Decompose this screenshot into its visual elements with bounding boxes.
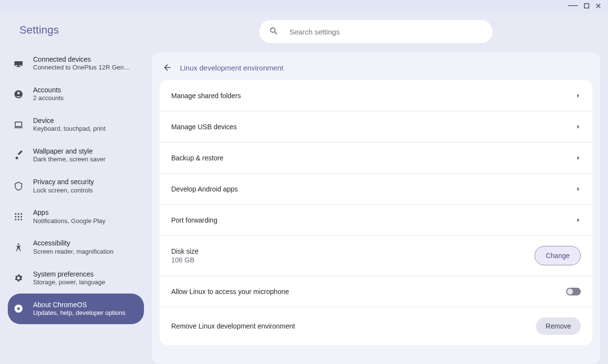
sidebar-item-sub: Keyboard, touchpad, print [33, 125, 106, 133]
settings-panel: Linux development environment Manage sha… [152, 52, 600, 364]
sidebar-item-label: Apps [33, 208, 106, 217]
chevron-right-icon [576, 216, 581, 224]
svg-point-7 [18, 216, 19, 217]
brush-icon [14, 151, 23, 160]
svg-point-11 [20, 219, 22, 220]
svg-point-12 [18, 243, 19, 245]
row-disk-size: Disk size 106 GB Change [160, 236, 592, 276]
row-remove-linux: Remove Linux development environment Rem… [160, 307, 592, 345]
svg-point-4 [18, 213, 19, 214]
sidebar-item-connected-devices[interactable]: Connected devices Connected to OnePlus 1… [8, 48, 144, 79]
svg-point-5 [20, 213, 22, 214]
sidebar-item-label: Connected devices [33, 55, 130, 64]
row-label: Backup & restore [171, 154, 223, 162]
row-label: Manage USB devices [171, 123, 237, 131]
search-box[interactable] [259, 20, 493, 43]
window-maximize-icon[interactable] [584, 3, 590, 10]
row-label: Allow Linux to access your microphone [171, 288, 289, 295]
main-content: Linux development environment Manage sha… [152, 13, 608, 364]
laptop-icon [14, 120, 23, 130]
row-port-forwarding[interactable]: Port forwarding [160, 205, 592, 236]
sidebar-item-label: System preferences [33, 270, 105, 278]
shield-icon [14, 181, 23, 191]
sidebar-item-sub: Dark theme, screen saver [33, 156, 106, 164]
svg-point-9 [15, 219, 17, 220]
change-disk-button[interactable]: Change [535, 246, 581, 265]
row-android-apps[interactable]: Develop Android apps [160, 173, 592, 205]
sidebar-item-accounts[interactable]: Accounts 2 accounts [8, 79, 144, 109]
svg-point-6 [15, 216, 17, 217]
sidebar-item-privacy[interactable]: Privacy and security Lock screen, contro… [8, 171, 144, 201]
window-titlebar: — [0, 0, 608, 13]
sidebar: Settings Connected devices Connected to … [0, 13, 152, 364]
accessibility-icon [14, 243, 23, 252]
back-button[interactable] [161, 62, 173, 73]
sidebar-item-wallpaper[interactable]: Wallpaper and style Dark theme, screen s… [8, 140, 144, 171]
sidebar-item-sub: Storage, power, language [33, 278, 105, 287]
chevron-right-icon [576, 154, 581, 162]
sidebar-item-sub: Updates, help, developer options [33, 309, 125, 317]
row-mic-access: Allow Linux to access your microphone [160, 276, 592, 307]
svg-point-8 [20, 216, 22, 217]
remove-linux-button[interactable]: Remove [536, 317, 581, 335]
chevron-right-icon [576, 123, 581, 131]
sidebar-item-sub: Notifications, Google Play [33, 217, 106, 225]
window-close-icon[interactable] [595, 3, 601, 10]
row-label: Manage shared folders [171, 92, 241, 100]
sidebar-item-label: Privacy and security [33, 177, 94, 186]
svg-rect-0 [585, 4, 589, 8]
chrome-icon [14, 304, 23, 313]
row-shared-folders[interactable]: Manage shared folders [160, 80, 592, 111]
app-title: Settings [19, 24, 144, 36]
row-label: Disk size [171, 247, 198, 255]
chevron-right-icon [576, 92, 581, 100]
sidebar-item-label: About ChromeOS [33, 300, 125, 309]
sidebar-item-about-chromeos[interactable]: About ChromeOS Updates, help, developer … [8, 294, 144, 324]
row-label: Port forwarding [171, 216, 217, 224]
svg-point-10 [18, 219, 19, 220]
sidebar-item-system-preferences[interactable]: System preferences Storage, power, langu… [8, 263, 144, 294]
row-usb-devices[interactable]: Manage USB devices [160, 111, 592, 142]
sidebar-item-apps[interactable]: Apps Notifications, Google Play [8, 201, 144, 232]
svg-point-3 [15, 213, 17, 214]
sidebar-item-sub: Connected to OnePlus 12R Gens... [33, 64, 130, 72]
sidebar-item-label: Accounts [33, 86, 64, 94]
sidebar-item-sub: Screen reader, magnification [33, 248, 113, 256]
row-backup-restore[interactable]: Backup & restore [160, 142, 592, 173]
account-icon [14, 89, 23, 99]
search-icon [269, 26, 279, 37]
sidebar-item-label: Wallpaper and style [33, 147, 106, 156]
svg-point-14 [17, 307, 20, 311]
disk-size-value: 106 GB [171, 256, 198, 264]
sidebar-item-device[interactable]: Device Keyboard, touchpad, print [8, 109, 144, 140]
mic-access-toggle[interactable] [566, 288, 581, 295]
sidebar-item-sub: 2 accounts [33, 94, 64, 103]
sidebar-item-sub: Lock screen, controls [33, 187, 94, 195]
sidebar-item-label: Accessibility [33, 239, 113, 247]
devices-icon [14, 59, 23, 69]
arrow-left-icon [162, 63, 172, 72]
sidebar-item-accessibility[interactable]: Accessibility Screen reader, magnificati… [8, 232, 144, 262]
panel-title: Linux development environment [180, 64, 284, 72]
sidebar-item-label: Device [33, 116, 106, 125]
gear-icon [14, 273, 23, 283]
svg-point-2 [18, 92, 20, 94]
search-input[interactable] [288, 27, 483, 36]
row-label: Develop Android apps [171, 185, 238, 193]
row-label: Remove Linux development environment [171, 322, 295, 330]
settings-card: Manage shared folders Manage USB devices… [160, 80, 592, 345]
chevron-right-icon [576, 185, 581, 193]
apps-grid-icon [14, 212, 23, 222]
